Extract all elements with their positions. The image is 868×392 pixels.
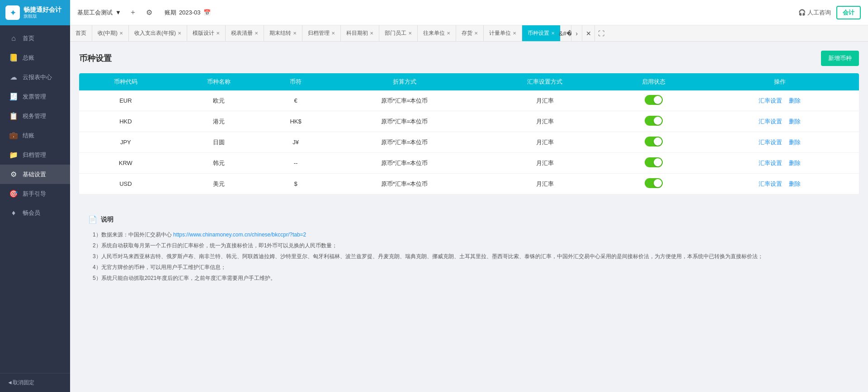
cell-name: 港元 [172,111,265,132]
cell-rate-type: 月汇率 [482,132,607,153]
sidebar-item-label: 云报表中心 [23,73,52,81]
cell-name: 欧元 [172,90,265,111]
sidebar-item-label: 发票管理 [23,93,46,101]
close-icon[interactable]: ✕ [408,31,412,36]
status-toggle[interactable] [645,116,663,126]
settings-button[interactable]: ⚙ [143,6,156,19]
tab-currency[interactable]: 币种设置 ✕ [522,25,561,41]
service-label: 人工咨询 [807,9,831,17]
sidebar-item-invoice[interactable]: 🧾 发票管理 [0,87,70,106]
tab-label: 收入支出表(年报) [134,29,176,37]
pin-toggle-label: ◄取消固定 [7,379,34,387]
cell-actions: 汇率设置 删除 [700,90,859,111]
period-value: 2023-03 [179,9,201,16]
tab-label: 期末结转 [269,29,291,37]
delete-link[interactable]: 删除 [789,97,801,104]
tab-unit[interactable]: 计量单位 ✕ [484,25,522,41]
col-symbol: 币符 [265,73,326,90]
sidebar-item-member[interactable]: ♦ 畅会员 [0,203,70,222]
table-row: HKD 港元 HK$ 原币*汇率=本位币 月汇率 汇率设置 删除 [79,111,859,132]
close-icon[interactable]: ✕ [119,31,123,36]
delete-link[interactable]: 删除 [789,180,801,187]
cell-method: 原币*汇率=本位币 [326,174,483,194]
close-icon[interactable]: ✕ [293,31,297,36]
sidebar-item-settings[interactable]: ⚙ 基础设置 [0,165,70,184]
service-button[interactable]: 🎧 人工咨询 [798,9,831,17]
sidebar-pin-toggle[interactable]: ◄取消固定 [0,373,70,392]
tab-tax-list[interactable]: 税表清册 ✕ [226,25,264,41]
status-toggle[interactable] [645,157,663,167]
status-toggle[interactable] [645,137,663,146]
sidebar-item-ledger[interactable]: 📒 总账 [0,48,70,67]
close-icon[interactable]: ✕ [178,31,181,36]
tab-prev-button[interactable]: &#� [561,25,571,41]
sidebar-item-label: 税务管理 [23,112,46,120]
cell-method: 原币*汇率=本位币 [326,132,483,153]
tab-close-all-button[interactable]: ✕ [582,25,595,41]
status-toggle[interactable] [645,95,663,105]
cell-symbol: $ [265,174,326,194]
tab-inventory[interactable]: 存货 ✕ [456,25,484,41]
currency-table: 币种代码 币种名称 币符 折算方式 汇率设置方式 启用状态 操作 EUR 欧元 … [79,73,859,194]
cell-actions: 汇率设置 删除 [700,153,859,174]
period-label: 账期 [165,9,176,17]
sidebar-item-guide[interactable]: 🎯 新手引导 [0,184,70,203]
sidebar-item-label: 结账 [23,132,34,140]
kuaiji-button[interactable]: 会计 [836,6,861,19]
cell-symbol: HK$ [265,111,326,132]
sidebar-item-label: 归档管理 [23,151,46,159]
close-icon[interactable]: ✕ [447,31,450,36]
cell-name: 美元 [172,174,265,194]
close-icon[interactable]: ✕ [513,31,516,36]
cell-rate-type: 月汇率 [482,111,607,132]
sidebar-item-checkout[interactable]: 💼 结账 [0,126,70,145]
sidebar-item-archive[interactable]: 📁 归档管理 [0,145,70,165]
cell-status [607,174,700,194]
tab-annual-report[interactable]: 收入支出表(年报) ✕ [129,25,187,41]
sidebar-item-tax[interactable]: 📋 税务管理 [0,106,70,126]
tab-home[interactable]: 首页 [70,25,92,41]
tab-period-end[interactable]: 期末结转 ✕ [264,25,302,41]
rate-setting-link[interactable]: 汇率设置 [759,180,782,187]
tax-icon: 📋 [9,112,18,120]
new-currency-button[interactable]: 新增币种 [821,51,859,66]
sidebar-item-home[interactable]: ⌂ 首页 [0,29,70,48]
close-icon[interactable]: ✕ [474,31,478,36]
logo-sub: 旗舰版 [24,13,61,19]
rate-setting-link[interactable]: 汇率设置 [759,97,782,104]
col-method: 折算方式 [326,73,483,90]
note-link[interactable]: https://www.chinamoney.com.cn/chinese/bk… [173,231,306,238]
delete-link[interactable]: 删除 [789,139,801,146]
rate-setting-link[interactable]: 汇率设置 [759,139,782,146]
note-title: 📄 说明 [88,215,850,224]
headset-icon: 🎧 [798,9,806,16]
status-toggle[interactable] [645,178,663,188]
cell-rate-type: 月汇率 [482,90,607,111]
close-icon[interactable]: ✕ [255,31,258,36]
rate-setting-link[interactable]: 汇率设置 [759,118,782,125]
cell-code: HKD [79,111,172,132]
tab-contacts[interactable]: 往来单位 ✕ [418,25,456,41]
tab-template[interactable]: 模版设计 ✕ [187,25,226,41]
company-selector[interactable]: 基层工会测试 ▼ [77,9,121,17]
cell-rate-type: 月汇率 [482,174,607,194]
tab-subjects[interactable]: 科目期初 ✕ [341,25,379,41]
tab-label: 往来单位 [423,29,445,37]
rate-setting-link[interactable]: 汇率设置 [759,160,782,166]
close-icon[interactable]: ✕ [331,31,335,36]
close-icon[interactable]: ✕ [551,31,555,36]
tab-next-button[interactable]: › [571,25,582,41]
tab-department[interactable]: 部门员工 ✕ [379,25,418,41]
cell-actions: 汇率设置 删除 [700,132,859,153]
tab-archive-mgmt[interactable]: 归档管理 ✕ [302,25,341,41]
sidebar-item-label: 新手引导 [23,190,46,198]
tab-midterm[interactable]: 收(中期) ✕ [92,25,129,41]
delete-link[interactable]: 删除 [789,118,801,125]
add-tab-button[interactable]: ＋ [127,6,139,19]
cell-symbol: J¥ [265,132,326,153]
delete-link[interactable]: 删除 [789,160,801,166]
close-icon[interactable]: ✕ [216,31,220,36]
sidebar-item-reports[interactable]: ☁ 云报表中心 [0,67,70,87]
close-icon[interactable]: ✕ [370,31,373,36]
tab-expand-button[interactable]: ⛶ [595,25,608,41]
